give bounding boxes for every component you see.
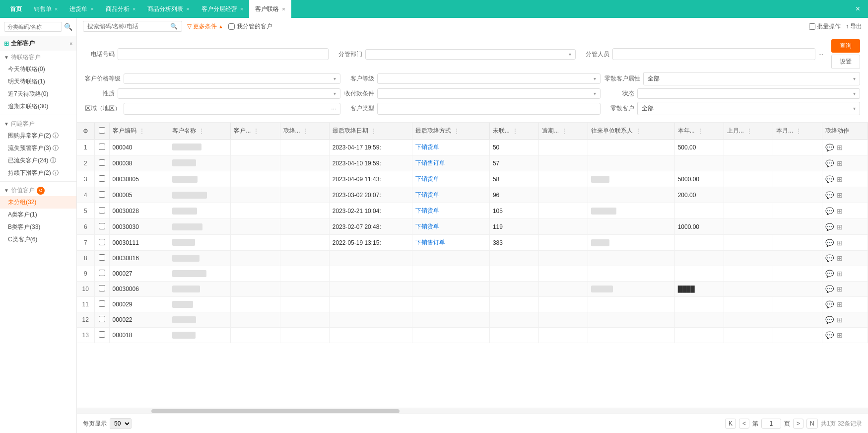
- more-conditions-btn[interactable]: ▽ 更多条件 ▲: [187, 22, 223, 31]
- row-checkbox[interactable]: [99, 175, 105, 182]
- payment-select[interactable]: ▾: [377, 88, 600, 99]
- contact-method-link[interactable]: 下销货单: [415, 207, 439, 214]
- phone-input[interactable]: [118, 48, 329, 60]
- col-resize-company[interactable]: ⋮: [635, 128, 641, 135]
- grid-action-icon[interactable]: ⊞: [837, 159, 843, 167]
- row-checkbox[interactable]: [99, 254, 105, 261]
- nav-close-purchase[interactable]: ×: [90, 6, 93, 12]
- nav-home[interactable]: 首页: [4, 0, 28, 18]
- page-number-input[interactable]: [761, 419, 781, 429]
- grid-action-icon[interactable]: ⊞: [837, 239, 843, 247]
- last-page-btn[interactable]: N: [806, 419, 818, 429]
- chat-icon[interactable]: 💬: [825, 285, 834, 293]
- nav-sales-order[interactable]: 销售单 ×: [28, 0, 64, 18]
- export-btn[interactable]: ↑ 导出: [846, 22, 862, 31]
- chat-icon[interactable]: 💬: [825, 239, 834, 247]
- retail-attr-select[interactable]: 全部 ▾: [643, 72, 860, 85]
- col-resize-overdue[interactable]: ⋮: [561, 128, 567, 135]
- status-select[interactable]: ▾: [637, 88, 860, 99]
- contact-method-link[interactable]: 下销货单: [415, 175, 439, 182]
- grid-action-icon[interactable]: ⊞: [837, 144, 843, 151]
- sidebar-item-class-b[interactable]: B类客户(33): [0, 221, 76, 233]
- dept-select[interactable]: ▾: [365, 49, 576, 60]
- next-page-btn[interactable]: >: [793, 419, 803, 429]
- th-settings[interactable]: ⚙: [77, 123, 94, 140]
- chat-icon[interactable]: 💬: [825, 223, 834, 231]
- grid-action-icon[interactable]: ⊞: [837, 285, 843, 293]
- sidebar-all-customers[interactable]: ⊞ 全部客户 «: [0, 36, 76, 51]
- row-checkbox[interactable]: [99, 239, 105, 245]
- sidebar-item-7day-pending[interactable]: 近7天待联络(0): [0, 88, 76, 100]
- sidebar-item-tomorrow-pending[interactable]: 明天待联络(1): [0, 75, 76, 88]
- batch-operations-btn[interactable]: 批量操作: [809, 22, 841, 31]
- first-page-btn[interactable]: K: [725, 419, 736, 429]
- grid-action-icon[interactable]: ⊞: [837, 316, 843, 324]
- nav-product-analysis[interactable]: 商品分析 ×: [100, 0, 141, 18]
- col-resize-contact[interactable]: ⋮: [303, 128, 309, 135]
- nav-close-product-list[interactable]: ×: [186, 6, 189, 12]
- sidebar-group-problem[interactable]: ▼ 问题客户: [0, 117, 76, 130]
- sidebar-item-overdue-pending[interactable]: 逾期未联络(30): [0, 100, 76, 113]
- nav-purchase-order[interactable]: 进货单 ×: [64, 0, 99, 18]
- customer-type-input[interactable]: [377, 103, 600, 115]
- price-grade-select[interactable]: ▾: [124, 73, 340, 84]
- row-checkbox[interactable]: [99, 223, 105, 229]
- sidebar-item-churn-warning[interactable]: 流失预警客户(3) ⓘ: [0, 142, 76, 154]
- contact-method-link[interactable]: 下销售订单: [415, 239, 445, 246]
- region-more-icon[interactable]: ···: [331, 105, 336, 112]
- row-checkbox[interactable]: [99, 207, 105, 214]
- grid-action-icon[interactable]: ⊞: [837, 300, 843, 308]
- manager-input[interactable]: [612, 48, 815, 60]
- batch-checkbox[interactable]: [809, 23, 815, 30]
- row-checkbox[interactable]: [99, 144, 105, 150]
- row-checkbox[interactable]: [99, 316, 105, 322]
- grid-action-icon[interactable]: ⊞: [837, 175, 843, 183]
- page-size-select[interactable]: 50: [110, 418, 132, 429]
- chat-icon[interactable]: 💬: [825, 331, 834, 339]
- prev-page-btn[interactable]: <: [739, 419, 749, 429]
- nav-close-sales[interactable]: ×: [55, 6, 58, 12]
- sidebar-item-class-c[interactable]: C类客户(6): [0, 233, 76, 246]
- reset-button[interactable]: 设置: [831, 55, 860, 69]
- nav-close-product-analysis[interactable]: ×: [133, 6, 135, 12]
- col-resize-type[interactable]: ⋮: [253, 128, 259, 135]
- col-resize-code[interactable]: ⋮: [139, 128, 145, 135]
- grid-action-icon[interactable]: ⊞: [837, 254, 843, 262]
- manager-more-icon[interactable]: ···: [818, 51, 823, 58]
- select-all-checkbox[interactable]: [99, 127, 105, 134]
- grid-action-icon[interactable]: ⊞: [837, 191, 843, 199]
- col-resize-date[interactable]: ⋮: [371, 128, 377, 135]
- chat-icon[interactable]: 💬: [825, 159, 834, 167]
- chat-icon[interactable]: 💬: [825, 207, 834, 215]
- grid-action-icon[interactable]: ⊞: [837, 207, 843, 215]
- nav-close-customer-tier[interactable]: ×: [240, 6, 243, 12]
- col-resize-not-contacted[interactable]: ⋮: [512, 128, 518, 135]
- chat-icon[interactable]: 💬: [825, 254, 834, 262]
- sidebar-group-pending[interactable]: ▼ 待联络客户: [0, 51, 76, 63]
- sidebar-item-declining[interactable]: 持续下滑客户(2) ⓘ: [0, 167, 76, 179]
- region-select[interactable]: ···: [124, 103, 340, 115]
- col-resize-year[interactable]: ⋮: [697, 128, 703, 135]
- window-close-button[interactable]: ×: [852, 4, 864, 13]
- scrollbar-thumb[interactable]: [151, 409, 400, 413]
- nav-product-analysis-list[interactable]: 商品分析列表 ×: [141, 0, 195, 18]
- customer-grade-select[interactable]: ▾: [377, 73, 600, 84]
- row-checkbox[interactable]: [99, 331, 105, 338]
- sidebar-item-class-a[interactable]: A类客户(1): [0, 209, 76, 221]
- contact-method-link[interactable]: 下销货单: [415, 191, 439, 198]
- row-checkbox[interactable]: [99, 270, 105, 276]
- chat-icon[interactable]: 💬: [825, 270, 834, 278]
- nav-customer-contact[interactable]: 客户联络 ×: [249, 0, 291, 18]
- retail-customer-select[interactable]: 全部 ▾: [637, 102, 860, 115]
- my-customers-checkbox[interactable]: [228, 23, 235, 30]
- row-checkbox[interactable]: [99, 191, 105, 198]
- row-checkbox[interactable]: [99, 159, 105, 166]
- horizontal-scrollbar[interactable]: [77, 408, 868, 414]
- sidebar-item-ungrouped[interactable]: 未分组(32): [0, 196, 76, 209]
- nature-select[interactable]: ▾: [118, 88, 340, 99]
- chat-icon[interactable]: 💬: [825, 316, 834, 324]
- row-checkbox[interactable]: [99, 285, 105, 291]
- grid-action-icon[interactable]: ⊞: [837, 270, 843, 278]
- contact-method-link[interactable]: 下销货单: [415, 223, 439, 230]
- nav-customer-tier[interactable]: 客户分层经营 ×: [196, 0, 249, 18]
